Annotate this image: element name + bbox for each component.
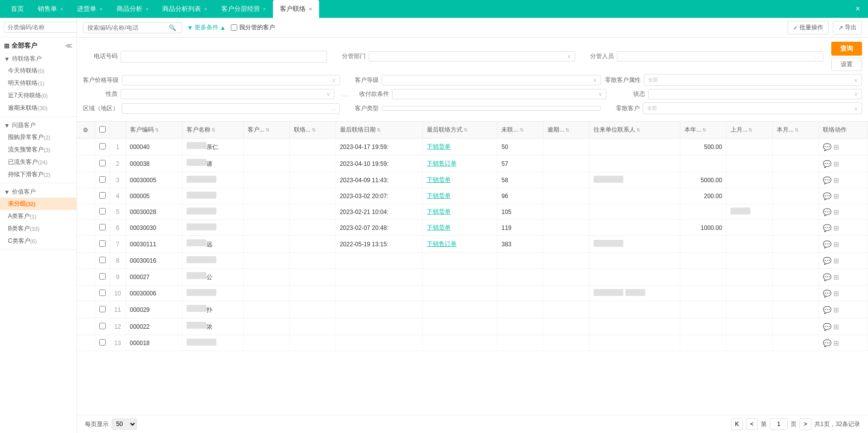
sidebar-item-囤购异常客户[interactable]: 囤购异常客户(2): [0, 131, 76, 144]
contact-col-header[interactable]: 联络...⇅: [289, 122, 335, 139]
grid-action-icon[interactable]: ⊞: [833, 160, 839, 168]
retail-attr-select[interactable]: 全部∨: [644, 74, 862, 86]
sidebar-item-B类客户[interactable]: B类客户(33): [0, 222, 76, 235]
more-filter-button[interactable]: ▼ 更多条件 ▲: [187, 23, 226, 32]
phone-input[interactable]: [121, 51, 327, 63]
grid-action-icon[interactable]: ⊞: [833, 323, 839, 331]
sidebar-item-流失预警客户[interactable]: 流失预警客户(3): [0, 144, 76, 156]
chat-action-icon[interactable]: 💬: [823, 224, 831, 232]
row-settings[interactable]: [77, 236, 95, 253]
chat-action-icon[interactable]: 💬: [823, 289, 831, 297]
sidebar-item-明天待联络[interactable]: 明天待联络(1): [0, 77, 76, 89]
last-method-link[interactable]: 下销货单: [427, 192, 451, 199]
chat-action-icon[interactable]: 💬: [823, 339, 831, 347]
chat-action-icon[interactable]: 💬: [823, 273, 831, 281]
nav-tab-客户分层经营[interactable]: 客户分层经营×: [214, 0, 273, 18]
nav-tab-商品分析[interactable]: 商品分析×: [110, 0, 155, 18]
sidebar-item-C类客户[interactable]: C类客户(6): [0, 235, 76, 247]
row-settings[interactable]: [77, 172, 95, 188]
overdue-col-header[interactable]: 逾期...⇅: [543, 122, 590, 139]
row-check[interactable]: [95, 301, 110, 318]
row-settings[interactable]: [77, 286, 95, 301]
nav-tab-首页[interactable]: 首页: [4, 0, 31, 18]
price-level-select[interactable]: ∨: [122, 75, 340, 85]
reset-button[interactable]: 设置: [831, 58, 862, 71]
page-size-select[interactable]: 50 100 200: [112, 419, 137, 430]
page-input[interactable]: [770, 418, 788, 430]
next-page-button[interactable]: >: [800, 418, 811, 430]
nav-tab-商品分析列表[interactable]: 商品分析列表×: [155, 0, 214, 18]
customer-level-select[interactable]: ∨: [382, 75, 601, 85]
code-col-header[interactable]: 客户编码⇅: [126, 122, 182, 139]
my-customers-checkbox[interactable]: [231, 24, 237, 31]
all-customers-header[interactable]: ⊞ 全部客户 ≪: [0, 37, 76, 52]
chat-action-icon[interactable]: 💬: [823, 192, 831, 200]
row-settings[interactable]: [77, 139, 95, 155]
row-check[interactable]: [95, 139, 110, 155]
row-last-method[interactable]: 下销货单: [422, 188, 497, 204]
row-last-method[interactable]: 下销售订单: [422, 155, 497, 172]
nav-tab-客户联络[interactable]: 客户联络×: [273, 0, 319, 18]
my-customers-label[interactable]: 我分管的客户: [231, 23, 275, 32]
row-settings[interactable]: [77, 335, 95, 351]
grid-action-icon[interactable]: ⊞: [833, 306, 839, 314]
area-select[interactable]: …: [122, 103, 340, 114]
chat-action-icon[interactable]: 💬: [823, 176, 831, 184]
row-settings[interactable]: [77, 204, 95, 220]
row-settings[interactable]: [77, 188, 95, 204]
row-check[interactable]: [95, 335, 110, 351]
sidebar-item-近7天待联络[interactable]: 近7天待联络(0): [0, 89, 76, 102]
more-dots-1[interactable]: …: [338, 91, 350, 98]
row-settings[interactable]: [77, 220, 95, 236]
grid-action-icon[interactable]: ⊞: [833, 176, 839, 184]
row-last-method[interactable]: 下销货单: [422, 172, 497, 188]
row-last-method[interactable]: 下销货单: [422, 204, 497, 220]
row-check[interactable]: [95, 286, 110, 301]
sidebar-group-问题客户[interactable]: ▼问题客户: [0, 119, 76, 131]
sidebar-group-待联络客户[interactable]: ▼待联络客户: [0, 52, 76, 65]
this-month-col-header[interactable]: 本月...⇅: [773, 122, 819, 139]
sidebar-item-逾期未联络[interactable]: 逾期未联络(30): [0, 102, 76, 114]
last-method-link[interactable]: 下销货单: [427, 224, 451, 231]
type-col-header[interactable]: 客户...⇅: [243, 122, 289, 139]
row-check[interactable]: [95, 253, 110, 269]
row-check[interactable]: [95, 155, 110, 172]
row-check[interactable]: [95, 318, 110, 335]
sidebar-search-input[interactable]: [4, 22, 77, 33]
grid-action-icon[interactable]: ⊞: [833, 208, 839, 216]
tab-close-icon[interactable]: ×: [263, 0, 266, 18]
row-check[interactable]: [95, 204, 110, 220]
last-month-col-header[interactable]: 上月...⇅: [727, 122, 773, 139]
tab-close-icon[interactable]: ×: [204, 0, 207, 18]
last-method-link[interactable]: 下销货单: [427, 176, 451, 183]
grid-action-icon[interactable]: ⊞: [833, 240, 839, 248]
retail-customer-select[interactable]: 全部∨: [643, 102, 862, 114]
first-page-button[interactable]: K: [731, 418, 743, 430]
grid-action-icon[interactable]: ⊞: [833, 192, 839, 200]
chat-action-icon[interactable]: 💬: [823, 240, 831, 248]
status-select[interactable]: ∨: [648, 89, 862, 99]
sidebar-item-已流失客户[interactable]: 已流失客户(24): [0, 156, 76, 168]
tab-close-icon[interactable]: ×: [145, 0, 148, 18]
chat-action-icon[interactable]: 💬: [823, 160, 831, 168]
grid-action-icon[interactable]: ⊞: [833, 289, 839, 297]
contact-person-col-header[interactable]: 往来单位联系人⇅: [590, 122, 680, 139]
select-all-checkbox[interactable]: [99, 126, 106, 133]
chat-action-icon[interactable]: 💬: [823, 306, 831, 314]
customer-type-select[interactable]: [382, 106, 601, 111]
sidebar-group-价值客户[interactable]: ▼价值客户: [0, 185, 76, 198]
last-date-col-header[interactable]: 最后联络日期⇅: [335, 122, 422, 139]
query-button[interactable]: 查询: [831, 42, 862, 56]
tab-close-icon[interactable]: ×: [309, 0, 312, 18]
row-check[interactable]: [95, 188, 110, 204]
tab-close-icon[interactable]: ×: [60, 0, 63, 18]
no-contact-col-header[interactable]: 未联...⇅: [497, 122, 543, 139]
row-last-method[interactable]: 下销货单: [422, 139, 497, 155]
batch-operations-button[interactable]: ✓ 批量操作: [788, 21, 829, 34]
row-check[interactable]: [95, 236, 110, 253]
sidebar-item-持续下滑客户[interactable]: 持续下滑客户(2): [0, 168, 76, 181]
grid-action-icon[interactable]: ⊞: [833, 143, 839, 151]
row-settings[interactable]: [77, 269, 95, 286]
chat-action-icon[interactable]: 💬: [823, 208, 831, 216]
last-method-link[interactable]: 下销货单: [427, 143, 451, 150]
